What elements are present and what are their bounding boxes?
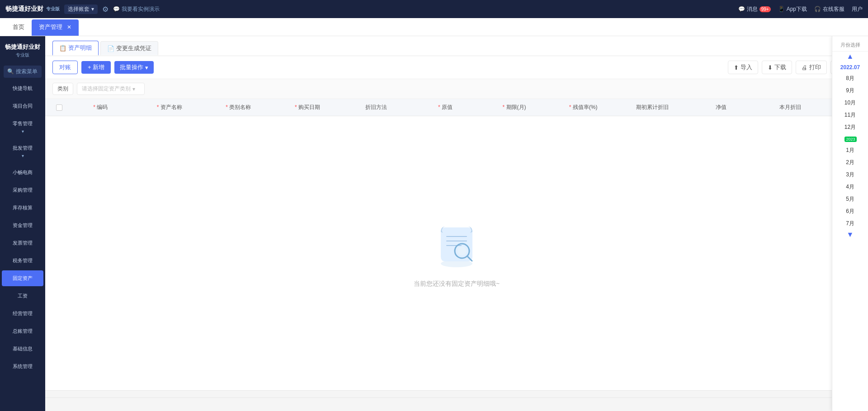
empty-text: 当前您还没有固定资产明细哦~ [414,280,500,288]
sidebar-label-2: 批发管理 [13,145,33,151]
month-11[interactable]: 11月 [832,109,868,121]
month-2[interactable]: 2月 [832,156,868,169]
demo-link[interactable]: 💬 我要看实例演示 [113,5,160,13]
content-area: 📋 资产明细 📄 变更生成凭证 对账 + 新增 批量操作 ▾ ⬆ 导入 ⬇ [45,36,868,411]
month-picker-panel: 月份选择 ▲ 2022.07 8月 9月 10月 11月 12月 2023 1月… [832,36,868,411]
sub-tab-icon-0: 📋 [59,45,66,52]
month-8[interactable]: 8月 [832,72,868,85]
sidebar-item-general-ledger[interactable]: 总账管理 [2,323,43,339]
sidebar-item-quick-nav[interactable]: 快捷导航 [2,80,43,96]
col-accumulated: 期初累计折旧 [618,99,687,116]
month-12[interactable]: 12月 [832,121,868,133]
top-bar: 畅捷通好业财 专业版 选择账套 ▾ ⚙ 💬 我要看实例演示 💬 消息 99+ 📱… [0,0,868,18]
app-download-button[interactable]: 📱 App下载 [778,5,807,13]
tab-asset-label: 资产管理 [39,23,62,31]
category-placeholder: 请选择固定资产类别 [82,85,131,93]
batch-operations-button[interactable]: 批量操作 ▾ [114,61,154,74]
sidebar-item-ecommerce[interactable]: 小畅电商 [2,165,43,180]
sidebar-label-11: 经营管理 [13,310,33,317]
sidebar-label-1: 零售管理 [13,120,33,127]
online-service-button[interactable]: 🎧 在线客服 [814,5,844,13]
month-6[interactable]: 6月 [832,205,868,217]
chevron-down-icon-filter: ▾ [132,86,135,92]
app-title: 畅捷通好业财 [5,5,43,13]
demo-text: 我要看实例演示 [122,5,160,13]
user-button[interactable]: 用户 [852,5,863,13]
sidebar-label-0: 项目合同 [13,103,33,109]
download-button[interactable]: ⬇ 下载 [762,61,792,74]
download-label: 下载 [774,63,786,71]
month-7[interactable]: 7月 [832,217,868,230]
reconcile-button[interactable]: 对账 [52,61,78,74]
empty-state: 当前您还没有固定资产明细哦~ [45,116,868,390]
sidebar-item-system[interactable]: 系统管理 [2,359,43,374]
sidebar-item-purchase[interactable]: 采购管理 [2,182,43,198]
demo-icon: 💬 [113,6,120,12]
sidebar-item-tax[interactable]: 税务管理 [2,253,43,269]
sub-tabs: 📋 资产明细 📄 变更生成凭证 [45,36,868,56]
toolbar: 对账 + 新增 批量操作 ▾ ⬆ 导入 ⬇ 下载 🖨 打印 ↻ 刷新 [45,56,868,79]
tab-asset-management[interactable]: 资产管理 ✕ [32,19,79,36]
col-buy-date: 购买日期 [273,99,342,116]
sidebar-item-invoice[interactable]: 发票管理 [2,235,43,251]
col-net-value: 净值 [687,99,756,116]
sub-tab-asset-detail[interactable]: 📋 资产明细 [52,41,99,56]
print-button[interactable]: 🖨 打印 [796,61,827,74]
account-selector[interactable]: 选择账套 ▾ [64,5,98,14]
add-button[interactable]: + 新增 [81,61,111,74]
sidebar-item-inventory[interactable]: 库存核算 [2,200,43,216]
message-label: 消息 [747,5,758,13]
sub-tab-voucher-gen[interactable]: 📄 变更生成凭证 [100,41,158,55]
horizontal-scrollbar[interactable] [45,390,868,397]
sidebar-label-4: 采购管理 [13,187,33,194]
nav-tabs: 首页 资产管理 ✕ [0,18,868,36]
filter-row: 类别 请选择固定资产类别 ▾ [45,79,868,99]
sidebar-item-retail[interactable]: 零售管理 ▾ [2,116,43,138]
sidebar-item-fixed-assets[interactable]: 固定资产 [2,270,43,286]
month-9[interactable]: 9月 [832,85,868,97]
table-header: 编码 资产名称 类别名称 购买日期 折旧方法 原值 期限(月) 残值率(%) 期… [45,99,868,116]
main-layout: 畅捷通好业财 专业版 🔍 搜索菜单 快捷导航 项目合同 零售管理 ▾ 批发管理 … [0,36,868,411]
sub-tab-icon-1: 📄 [107,45,114,52]
sidebar-label-14: 系统管理 [13,363,33,370]
print-icon: 🖨 [802,64,807,71]
print-label: 打印 [809,63,821,71]
chevron-down-icon: ▾ [91,6,94,12]
message-button[interactable]: 💬 消息 99+ [738,5,771,13]
tab-close-icon[interactable]: ✕ [67,24,71,30]
sidebar-item-salary[interactable]: 工资 [2,288,43,304]
sidebar-item-basic-info[interactable]: 基础信息 [2,341,43,357]
month-4[interactable]: 4月 [832,181,868,193]
category-select[interactable]: 请选择固定资产类别 ▾ [77,83,145,95]
app-label: App下载 [787,5,807,13]
year-2023-badge: 2023 [832,133,868,144]
col-category: 类别名称 [204,99,273,116]
app-brand: 畅捷通好业财 专业版 [5,5,60,13]
chevron-right-icon: ▾ [22,129,24,134]
sidebar-item-wholesale[interactable]: 批发管理 ▾ [2,140,43,163]
select-all-checkbox[interactable] [52,100,66,115]
sidebar-label-9: 固定资产 [13,275,33,282]
col-name: 资产名称 [135,99,204,116]
sidebar-logo: 畅捷通好业财 专业版 [0,36,45,62]
mobile-icon: 📱 [778,6,785,12]
sidebar-item-operations[interactable]: 经营管理 [2,306,43,321]
search-menu-button[interactable]: 🔍 搜索菜单 [4,66,42,78]
sidebar-item-project-contract[interactable]: 项目合同 [2,98,43,114]
sidebar-app-name: 畅捷通好业财 [4,43,42,51]
sidebar: 畅捷通好业财 专业版 🔍 搜索菜单 快捷导航 项目合同 零售管理 ▾ 批发管理 … [0,36,45,411]
month-10[interactable]: 10月 [832,97,868,109]
month-picker-down-arrow[interactable]: ▼ [847,230,854,240]
sidebar-item-finance[interactable]: 资金管理 [2,217,43,233]
month-3[interactable]: 3月 [832,169,868,181]
import-button[interactable]: ⬆ 导入 [728,61,758,74]
checkbox-all[interactable] [56,104,62,111]
month-picker-up-arrow[interactable]: ▲ [847,52,854,61]
selector-text: 选择账套 [68,5,90,13]
col-monthly: 本月折旧 [755,99,825,116]
chevron-right-icon-2: ▾ [22,153,24,158]
month-5[interactable]: 5月 [832,193,868,205]
month-1[interactable]: 1月 [832,144,868,156]
tab-home[interactable]: 首页 [5,19,32,36]
settings-icon[interactable]: ⚙ [102,5,108,14]
